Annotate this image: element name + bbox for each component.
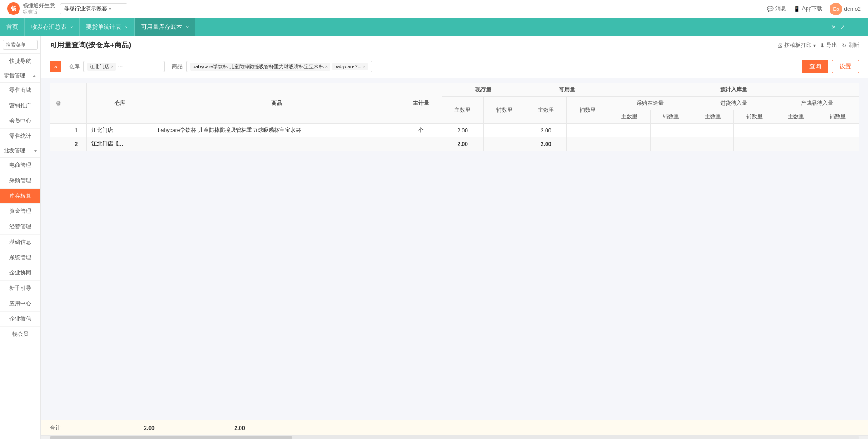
query-button[interactable]: 查询 — [802, 60, 828, 73]
th-avail-main: 主数里 — [525, 97, 567, 124]
tab-bar: 首页 收发存汇总表 × 要货单统计表 × 可用量库存账本 × ✕ ⤢ — [0, 18, 868, 36]
sidebar-item-new-guide[interactable]: 新手引导 — [0, 281, 40, 296]
warehouse-input[interactable]: 江北门店 × ··· — [83, 61, 165, 72]
warehouse-more-icon[interactable]: ··· — [118, 63, 123, 70]
table-container: ⚙ 仓库 商品 主计量 现存量 可用量 预计入库量 主数里 辅数里 主数里 — [41, 78, 868, 420]
brand-info: 畅捷通好生意 标准版 — [23, 2, 55, 15]
tab-close-all-icon[interactable]: ✕ — [831, 24, 836, 31]
summary-values: 2.00 2.00 — [104, 425, 859, 431]
message-btn[interactable]: 💬 消息 — [767, 5, 786, 13]
summary-avail-main: 2.00 — [194, 425, 285, 431]
cell-unit-2 — [400, 137, 442, 151]
sidebar-item-retail-management[interactable]: 零售管理 ▲ — [0, 69, 40, 83]
cell-purchase-aux-1 — [650, 124, 692, 137]
avatar: Ea — [830, 3, 842, 15]
sidebar-item-purchase[interactable]: 采购管理 — [0, 173, 40, 189]
sidebar-item-inventory[interactable]: 库存核算 — [0, 189, 40, 204]
tab-home[interactable]: 首页 — [0, 18, 25, 36]
sidebar-item-retail-stats[interactable]: 零售统计 — [0, 129, 40, 144]
column-settings-icon[interactable]: ⚙ — [55, 100, 61, 107]
download-btn[interactable]: 📱 App下载 — [793, 5, 822, 13]
content-area: 可用量查询(按仓库+商品) 🖨 按模板打印 ▾ ⬇ 导出 ↻ 刷新 » — [41, 36, 868, 439]
tab-order-stats[interactable]: 要货单统计表 × — [80, 18, 134, 36]
warehouse-filter-group: 仓库 江北门店 × ··· — [69, 61, 165, 72]
product-tag-1-close[interactable]: × — [325, 64, 328, 69]
product-tag-2: babycare?... × — [332, 63, 368, 70]
th-available: 可用量 — [525, 83, 609, 97]
th-avail-aux: 辅数里 — [567, 97, 609, 124]
sidebar-item-operations[interactable]: 经营管理 — [0, 219, 40, 235]
header-actions: 🖨 按模板打印 ▾ ⬇ 导出 ↻ 刷新 — [777, 42, 859, 49]
sidebar-item-marketing[interactable]: 营销推广 — [0, 98, 40, 113]
th-index — [66, 83, 87, 124]
print-btn[interactable]: 🖨 按模板打印 ▾ — [777, 42, 816, 49]
cell-index-2: 2 — [66, 137, 87, 151]
cell-purchase-main-1 — [609, 124, 650, 137]
download-icon: 📱 — [793, 6, 800, 12]
sidebar-item-app-center[interactable]: 应用中心 — [0, 296, 40, 312]
filter-expand-btn[interactable]: » — [50, 61, 61, 72]
tab-summary-close[interactable]: × — [70, 24, 73, 30]
tab-available-inventory[interactable]: 可用量库存账本 × — [135, 18, 195, 36]
th-warehouse: 仓库 — [86, 83, 153, 124]
cell-warehouse-1: 江北门店 — [86, 124, 153, 137]
th-purchase-main: 主数里 — [609, 110, 650, 124]
sidebar-item-basic-info[interactable]: 基础信息 — [0, 235, 40, 250]
user-btn[interactable]: Ea demo2 — [830, 3, 861, 15]
filter-action-buttons: 查询 设置 — [802, 60, 859, 73]
export-icon: ⬇ — [820, 42, 825, 49]
sidebar-item-retail-mall[interactable]: 零售商城 — [0, 83, 40, 98]
cell-purchase-main-2 — [609, 137, 650, 151]
cell-warehouse-2: 江北门店【... — [86, 137, 153, 151]
sidebar-search-area — [0, 36, 40, 54]
settings-button[interactable]: 设置 — [832, 60, 859, 73]
horizontal-scrollbar[interactable] — [41, 435, 868, 439]
warehouse-tag: 江北门店 × — [87, 63, 116, 71]
sidebar-item-wholesale[interactable]: 批发管理 ▾ — [0, 144, 40, 158]
cell-product-1: babycare学饮杯 儿童防摔防撞吸管杯重力球吸嘴杯宝宝水杯 — [153, 124, 400, 137]
sidebar-item-wechat[interactable]: 企业微信 — [0, 312, 40, 327]
th-incoming-main: 主数里 — [692, 110, 734, 124]
brand-sub: 标准版 — [23, 9, 55, 15]
sidebar-item-ecommerce[interactable]: 电商管理 — [0, 158, 40, 173]
th-stock-main: 主数里 — [442, 97, 483, 124]
th-settings: ⚙ — [50, 83, 66, 124]
refresh-btn[interactable]: ↻ 刷新 — [842, 42, 859, 49]
cell-produced-main-2 — [775, 137, 817, 151]
cell-stock-aux-1 — [483, 124, 525, 137]
sidebar-item-member-program[interactable]: 畅会员 — [0, 327, 40, 342]
inventory-table: ⚙ 仓库 商品 主计量 现存量 可用量 预计入库量 主数里 辅数里 主数里 — [50, 83, 859, 151]
sidebar: 快捷导航 零售管理 ▲ 零售商城 营销推广 会员中心 零售统计 批发管理 ▾ 电… — [0, 36, 41, 439]
tab-bar-actions: ✕ ⤢ — [826, 18, 850, 36]
sidebar-item-enterprise-collab[interactable]: 企业协同 — [0, 265, 40, 281]
cell-incoming-main-2 — [692, 137, 734, 151]
cell-avail-main-2: 2.00 — [525, 137, 567, 151]
cell-unit-1: 个 — [400, 124, 442, 137]
scroll-thumb[interactable] — [50, 436, 292, 439]
main-layout: 快捷导航 零售管理 ▲ 零售商城 营销推广 会员中心 零售统计 批发管理 ▾ 电… — [0, 36, 868, 439]
table-row: 1 江北门店 babycare学饮杯 儿童防摔防撞吸管杯重力球吸嘴杯宝宝水杯 个… — [50, 124, 859, 137]
export-btn[interactable]: ⬇ 导出 — [820, 42, 837, 49]
cell-produced-main-1 — [775, 124, 817, 137]
chevron-down-icon: ▾ — [813, 43, 816, 48]
tab-order-stats-close[interactable]: × — [125, 24, 127, 30]
tab-available-inventory-close[interactable]: × — [186, 24, 189, 30]
th-purchase-aux: 辅数里 — [650, 110, 692, 124]
warehouse-tag-close[interactable]: × — [111, 64, 113, 69]
search-input[interactable] — [3, 40, 38, 50]
tab-summary[interactable]: 收发存汇总表 × — [25, 18, 80, 36]
cell-incoming-aux-2 — [734, 137, 775, 151]
chevron-down-icon: ▾ — [34, 148, 37, 153]
top-bar-right: 💬 消息 📱 App下载 Ea demo2 — [767, 3, 861, 15]
th-produced: 产成品待入量 — [775, 97, 859, 110]
product-tag-2-close[interactable]: × — [363, 64, 366, 69]
store-selector[interactable]: 母婴行业演示账套 ▾ — [60, 3, 127, 14]
product-input[interactable]: babycare学饮杯 儿童防摔防撞吸管杯重力球吸嘴杯宝宝水杯 × babyca… — [186, 61, 372, 72]
tab-expand-icon[interactable]: ⤢ — [840, 24, 845, 31]
sidebar-item-quick-nav[interactable]: 快捷导航 — [0, 54, 40, 69]
sidebar-item-members[interactable]: 会员中心 — [0, 113, 40, 129]
top-bar-left: 畅 畅捷通好生意 标准版 母婴行业演示账套 ▾ — [7, 2, 127, 15]
sidebar-item-system[interactable]: 系统管理 — [0, 250, 40, 265]
brand-text: 畅捷通好生意 — [23, 2, 55, 9]
sidebar-item-finance[interactable]: 资金管理 — [0, 204, 40, 219]
